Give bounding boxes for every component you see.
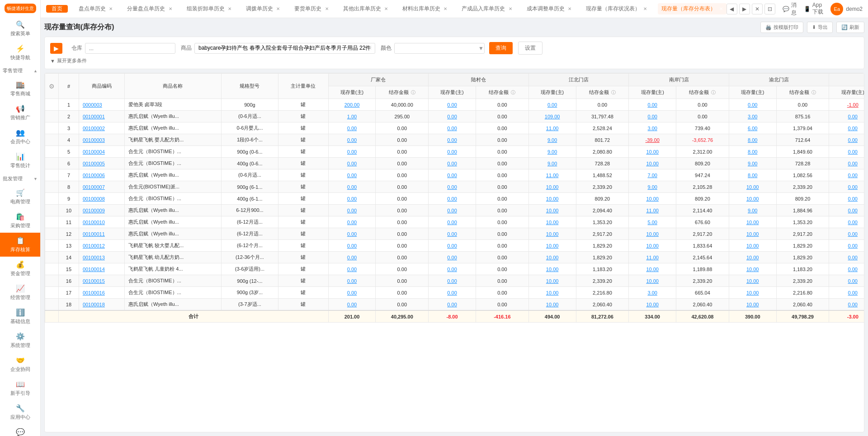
row-na-stock[interactable]: 10.00 (629, 146, 676, 158)
row-jb-stock[interactable]: 9.00 (528, 134, 576, 146)
sidebar-item-operation[interactable]: 📈 经营管理 (0, 281, 40, 305)
row-jb-stock[interactable]: 10.00 (528, 263, 576, 275)
row-luo-stock[interactable]: 0.00 (429, 99, 476, 111)
row-goods-code[interactable]: 00100011 (79, 228, 124, 240)
sidebar-item-enterprise[interactable]: 🤝 企业协同 (0, 352, 40, 376)
close-icon[interactable]: ✕ (509, 6, 512, 11)
nav-transfer[interactable]: 调拨单历史 ✕ (242, 3, 283, 14)
row-fac-stock[interactable]: 0.00 (328, 299, 376, 311)
info-icon[interactable]: ⓘ (611, 90, 616, 95)
goods-input[interactable] (194, 43, 375, 54)
nav-home[interactable]: 首页 (46, 5, 68, 13)
row-fac-stock[interactable]: 0.00 (328, 134, 376, 146)
nav-other-out[interactable]: 其他出库单历史 ✕ (340, 3, 392, 14)
nav-current-stock[interactable]: 现存量（库存状况表） ✕ (582, 3, 651, 14)
row-yb-stock[interactable]: 9.00 (729, 205, 776, 216)
sidebar-item-guide[interactable]: 📖 新手引导 (0, 376, 40, 400)
row-total-stock[interactable]: 0.00 (829, 122, 864, 134)
row-jb-stock[interactable]: 0.00 (528, 99, 576, 111)
row-yb-stock[interactable]: 10.00 (729, 216, 776, 228)
row-total-stock[interactable]: 0.00 (829, 275, 864, 287)
table-scroll[interactable]: ⚙ # 商品编码 商品名称 规格型号 主计量单位 厂家仓 陆村仓 江北门店 南岸… (45, 73, 864, 432)
refresh-btn[interactable]: 🔄 刷新 (836, 22, 864, 33)
row-na-stock[interactable]: 10.00 (629, 299, 676, 311)
sidebar-item-retail-mall[interactable]: 🏬 零售商城 (0, 77, 40, 101)
row-goods-code[interactable]: 00100001 (79, 111, 124, 122)
nav-sub-stocktake[interactable]: 分量盘点单历史 ✕ (123, 3, 175, 14)
export-btn[interactable]: ⬇ 导出 (807, 22, 833, 33)
row-yb-stock[interactable]: 10.00 (729, 181, 776, 193)
row-total-stock[interactable]: 0.00 (829, 181, 864, 193)
row-fac-stock[interactable]: 0.00 (328, 240, 376, 252)
filter-toggle-btn[interactable]: ▶ (50, 43, 62, 54)
expand-conditions-btn[interactable]: ▼ 展开更多条件 (50, 57, 859, 64)
tab-next-btn[interactable]: ▶ (739, 4, 750, 14)
row-yb-stock[interactable]: 3.00 (729, 111, 776, 122)
row-luo-stock[interactable]: 0.00 (429, 122, 476, 134)
row-yb-stock[interactable]: 10.00 (729, 275, 776, 287)
row-jb-stock[interactable]: 10.00 (528, 216, 576, 228)
row-total-stock[interactable]: -1.00 (829, 99, 864, 111)
row-jb-stock[interactable]: 9.00 (528, 158, 576, 169)
nav-requisition[interactable]: 要货单历史 ✕ (291, 3, 332, 14)
row-yb-stock[interactable]: 10.00 (729, 240, 776, 252)
row-jb-stock[interactable]: 10.00 (528, 252, 576, 263)
row-luo-stock[interactable]: 0.00 (429, 146, 476, 158)
tab-expand-btn[interactable]: ⊡ (764, 4, 775, 14)
row-total-stock[interactable]: 0.00 (829, 205, 864, 216)
row-fac-stock[interactable]: 0.00 (328, 287, 376, 299)
message-btn[interactable]: 💬 消息 (783, 1, 797, 17)
row-total-stock[interactable]: 0.00 (829, 169, 864, 181)
row-na-stock[interactable]: 0.00 (629, 99, 676, 111)
row-na-stock[interactable]: 11.00 (629, 205, 676, 216)
row-goods-code[interactable]: 00100012 (79, 240, 124, 252)
row-fac-stock[interactable]: 0.00 (328, 146, 376, 158)
row-fac-stock[interactable]: 0.00 (328, 275, 376, 287)
sidebar-item-ecommerce[interactable]: 🛒 电商管理 (0, 185, 40, 209)
sidebar-item-wholesale[interactable]: 批发管理 ▼ (0, 173, 40, 185)
print-btn[interactable]: 🖨️ 按模版打印 (760, 22, 803, 33)
row-total-stock[interactable]: 0.00 (829, 216, 864, 228)
sidebar-item-basic[interactable]: ℹ️ 基础信息 (0, 305, 40, 328)
row-yb-stock[interactable]: 10.00 (729, 263, 776, 275)
row-na-stock[interactable]: -39.00 (629, 134, 676, 146)
row-total-stock[interactable]: 0.00 (829, 193, 864, 205)
row-total-stock[interactable]: 0.00 (829, 252, 864, 263)
info-icon[interactable]: ⓘ (411, 90, 415, 95)
sidebar-item-app-center[interactable]: 🔧 应用中心 (0, 400, 40, 424)
row-fac-stock[interactable]: 0.00 (328, 252, 376, 263)
close-icon[interactable]: ✕ (228, 6, 231, 11)
row-goods-code[interactable]: 00100006 (79, 169, 124, 181)
warehouse-input[interactable] (85, 43, 175, 54)
row-na-stock[interactable]: 11.00 (629, 252, 676, 263)
row-yb-stock[interactable]: 10.00 (729, 299, 776, 311)
nav-material-out[interactable]: 材料出库单历史 ✕ (399, 3, 451, 14)
row-total-stock[interactable]: 0.00 (829, 146, 864, 158)
row-jb-stock[interactable]: 10.00 (528, 287, 576, 299)
row-jb-stock[interactable]: 9.00 (528, 146, 576, 158)
sidebar-item-member[interactable]: 👥 会员中心 (0, 125, 40, 149)
color-input[interactable] (394, 43, 485, 54)
row-jb-stock[interactable]: 10.00 (528, 240, 576, 252)
row-luo-stock[interactable]: 0.00 (429, 158, 476, 169)
row-luo-stock[interactable]: 0.00 (429, 252, 476, 263)
sidebar-item-purchase[interactable]: 🛍️ 采购管理 (0, 209, 40, 233)
row-total-stock[interactable]: 0.00 (829, 240, 864, 252)
row-jb-stock[interactable]: 10.00 (528, 181, 576, 193)
row-jb-stock[interactable]: 11.00 (528, 169, 576, 181)
row-jb-stock[interactable]: 109.00 (528, 111, 576, 122)
row-luo-stock[interactable]: 0.00 (429, 216, 476, 228)
close-icon[interactable]: ✕ (109, 6, 113, 11)
row-fac-stock[interactable]: 0.00 (328, 205, 376, 216)
sidebar-item-retail-stats[interactable]: 📊 零售统计 (0, 149, 40, 173)
row-total-stock[interactable]: 0.00 (829, 287, 864, 299)
row-jb-stock[interactable]: 10.00 (528, 228, 576, 240)
row-luo-stock[interactable]: 0.00 (429, 181, 476, 193)
row-yb-stock[interactable]: 9.00 (729, 158, 776, 169)
row-goods-code[interactable]: 00100002 (79, 122, 124, 134)
row-luo-stock[interactable]: 0.00 (429, 134, 476, 146)
close-icon[interactable]: ✕ (568, 6, 571, 11)
row-yb-stock[interactable]: 8.00 (729, 146, 776, 158)
row-na-stock[interactable]: 5.00 (629, 216, 676, 228)
info-icon[interactable]: ⓘ (511, 90, 515, 95)
